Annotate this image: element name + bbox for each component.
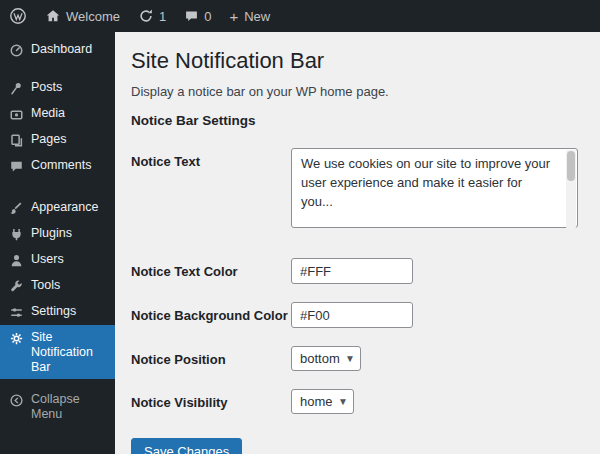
notice-visibility-select[interactable]: home	[291, 389, 354, 414]
brush-icon	[9, 201, 24, 216]
sidebar-item-label: Posts	[31, 80, 109, 95]
notice-bg-color-label: Notice Background Color	[131, 302, 291, 325]
admin-bar: Welcome 1 0 + New	[0, 0, 600, 32]
sidebar-item-plugins[interactable]: Plugins	[0, 221, 115, 247]
comments-indicator[interactable]: 0	[175, 0, 220, 32]
pushpin-icon	[9, 81, 24, 96]
form-row-notice-bg-color: Notice Background Color	[131, 302, 580, 328]
sidebar-item-label: Settings	[31, 304, 109, 319]
notice-bg-color-input[interactable]	[291, 302, 413, 328]
gear-icon	[9, 331, 24, 346]
updates-count: 1	[159, 9, 166, 24]
pages-icon	[9, 133, 24, 148]
wrench-icon	[9, 279, 24, 294]
scrollbar-thumb[interactable]	[567, 151, 575, 181]
sidebar-item-label: Comments	[31, 158, 109, 173]
updates-indicator[interactable]: 1	[129, 0, 175, 32]
admin-sidebar: Dashboard Posts Media	[0, 32, 115, 454]
user-icon	[9, 253, 24, 268]
settings-page: Site Notification Bar Display a notice b…	[115, 32, 600, 454]
sidebar-item-settings[interactable]: Settings	[0, 299, 115, 325]
menu-separator	[0, 63, 115, 75]
sidebar-item-label: Appearance	[31, 200, 109, 215]
notice-position-select[interactable]: bottom	[291, 346, 361, 371]
sidebar-item-posts[interactable]: Posts	[0, 75, 115, 101]
sidebar-item-appearance[interactable]: Appearance	[0, 195, 115, 221]
wordpress-logo-menu[interactable]	[0, 0, 36, 32]
sidebar-item-label: Users	[31, 252, 109, 267]
page-title: Site Notification Bar	[131, 48, 580, 74]
form-row-notice-position: Notice Position bottom ▼	[131, 346, 580, 371]
notice-visibility-label: Notice Visibility	[131, 389, 291, 412]
dashboard-icon	[9, 43, 24, 58]
sidebar-item-label: Media	[31, 106, 109, 121]
comment-icon	[184, 9, 199, 24]
sidebar-item-label: Pages	[31, 132, 109, 147]
new-label: New	[244, 9, 270, 24]
plug-icon	[9, 227, 24, 242]
site-name-label: Welcome	[66, 9, 120, 24]
notice-text-input[interactable]: We use cookies on our site to improve yo…	[291, 148, 578, 228]
page-description: Display a notice bar on your WP home pag…	[131, 84, 580, 99]
sidebar-item-label: Dashboard	[31, 42, 109, 57]
wordpress-admin-screen: Welcome 1 0 + New	[0, 0, 600, 454]
sidebar-item-label: Collapse Menu	[31, 392, 109, 422]
sidebar-item-media[interactable]: Media	[0, 101, 115, 127]
camera-icon	[9, 107, 24, 122]
section-heading: Notice Bar Settings	[131, 113, 580, 128]
sidebar-item-comments[interactable]: Comments	[0, 153, 115, 179]
update-icon	[138, 8, 154, 24]
save-changes-button[interactable]: Save Changes	[131, 438, 242, 454]
sidebar-item-label: Tools	[31, 278, 109, 293]
sidebar-item-pages[interactable]: Pages	[0, 127, 115, 153]
sidebar-item-label: Site Notification Bar	[31, 330, 109, 374]
sidebar-item-dashboard[interactable]: Dashboard	[0, 37, 115, 63]
collapse-menu-button[interactable]: Collapse Menu	[0, 387, 115, 427]
plus-icon: +	[229, 9, 238, 24]
wordpress-logo-icon	[9, 7, 27, 25]
form-row-notice-text-color: Notice Text Color	[131, 258, 580, 284]
sliders-icon	[9, 305, 24, 320]
sidebar-item-tools[interactable]: Tools	[0, 273, 115, 299]
comments-count: 0	[204, 9, 211, 24]
form-row-notice-visibility: Notice Visibility home ▼	[131, 389, 580, 414]
comment-bubble-icon	[9, 159, 24, 174]
notice-text-label: Notice Text	[131, 148, 291, 171]
new-content-menu[interactable]: + New	[220, 0, 279, 32]
sidebar-item-users[interactable]: Users	[0, 247, 115, 273]
notice-position-label: Notice Position	[131, 346, 291, 369]
notice-text-color-input[interactable]	[291, 258, 413, 284]
notice-text-color-label: Notice Text Color	[131, 258, 291, 281]
sidebar-item-site-notification-bar[interactable]: Site Notification Bar	[0, 325, 115, 379]
home-icon	[45, 8, 61, 24]
site-name-menu[interactable]: Welcome	[36, 0, 129, 32]
textarea-scrollbar[interactable]	[566, 150, 576, 229]
sidebar-item-label: Plugins	[31, 226, 109, 241]
menu-separator	[0, 179, 115, 195]
form-row-notice-text: Notice Text We use cookies on our site t…	[131, 148, 580, 232]
collapse-arrow-icon	[9, 393, 24, 408]
